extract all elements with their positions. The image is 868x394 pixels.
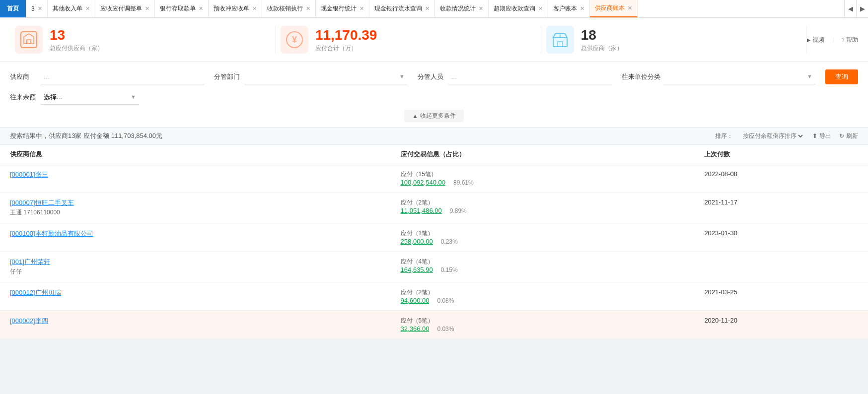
supplier-link[interactable]: [000012]广州贝瑞 (10, 289, 61, 296)
dept-select-wrap: ▼ (245, 69, 408, 84)
filter-balance: 往来余额 选择... ▼ (10, 89, 139, 105)
col-header-lastpay: 上次付数 (694, 145, 868, 164)
tx-label: 应付（2笔） (401, 198, 685, 207)
summary-text-suppliers: 13 总应付供应商（家） (50, 27, 103, 53)
nav-tab-cash-stat[interactable]: 现金银行统计 ✕ (316, 0, 369, 17)
filter-balance-label: 往来余额 (10, 93, 38, 102)
table-row: [001]广州荣轩仔仔应付（4笔）164,635.900.15% (0, 252, 868, 282)
tx-amount[interactable]: 164,635.90 (401, 266, 433, 273)
collapse-button[interactable]: ▲ 收起更多条件 (404, 110, 464, 122)
category-select[interactable] (663, 69, 816, 84)
tx-percent: 0.03% (437, 326, 454, 332)
nav-tab-advance[interactable]: 预收冲应收单 ✕ (209, 0, 262, 17)
nav-tab-overdue-close[interactable]: ✕ (538, 5, 543, 12)
supplier-info-cell: [000002]李四 (0, 311, 391, 339)
category-select-wrap: ▼ (663, 69, 816, 84)
nav-tab-3[interactable]: 3 ✕ (26, 0, 48, 17)
nav-tab-bank[interactable]: 银行存取款单 ✕ (155, 0, 209, 17)
supplier-info-cell: [000012]广州贝瑞 (0, 282, 391, 311)
supplier-table: 供应商信息 应付交易信息（占比） 上次付数 [000001]张三应付（15笔）1… (0, 145, 868, 339)
nav-tab-supplier-ledger-close[interactable]: ✕ (628, 5, 632, 11)
nav-tab-3-close[interactable]: ✕ (38, 5, 42, 12)
person-input[interactable] (448, 69, 612, 84)
nav-tab-receipt-stat-close[interactable]: ✕ (479, 5, 483, 12)
supplier-info-cell: [000007]恒旺二手叉车王通 17106110000 (0, 193, 391, 223)
nav-tab-advance-close[interactable]: ✕ (252, 5, 257, 12)
nav-tab-other-income[interactable]: 其他收入单 ✕ (48, 0, 95, 17)
video-icon: ▶ (807, 37, 811, 43)
filter-row-2: 往来余额 选择... ▼ (10, 89, 858, 105)
tx-percent: 0.08% (437, 297, 454, 304)
nav-tab-cash-stat-close[interactable]: ✕ (360, 5, 364, 12)
nav-tab-supplier-ledger-label: 供应商账本 (595, 4, 625, 12)
nav-tab-customer-ledger-close[interactable]: ✕ (580, 5, 584, 12)
tx-amount[interactable]: 11,051,486.00 (401, 207, 442, 214)
last-pay-cell: 2020-11-20 (694, 311, 868, 339)
dept-select[interactable] (245, 69, 408, 84)
nav-tab-supplier-ledger[interactable]: 供应商账本 ✕ (590, 0, 638, 17)
refresh-button[interactable]: ↻ 刷新 (839, 132, 858, 140)
nav-tab-bank-close[interactable]: ✕ (199, 5, 203, 12)
col-header-supplier: 供应商信息 (0, 145, 391, 164)
nav-next-arrow[interactable]: ▶ (856, 0, 868, 18)
total-payable-suppliers-label: 总应付供应商（家） (50, 44, 103, 53)
summary-bar: 13 总应付供应商（家） ¥ 11,170.39 应付合计（万） (0, 18, 868, 62)
nav-tab-customer-ledger[interactable]: 客户账本 ✕ (548, 0, 590, 17)
balance-select[interactable]: 选择... (41, 89, 139, 104)
video-link[interactable]: ▶ 视频 (807, 36, 824, 44)
help-link[interactable]: ? 帮助 (842, 36, 858, 44)
supplier-link[interactable]: [000001]张三 (10, 171, 48, 178)
filter-collapse-area: ▲ 收起更多条件 (10, 110, 858, 122)
nav-tab-receipt-stat-label: 收款情况统计 (440, 4, 476, 13)
tx-info-cell: 应付（2笔）11,051,486.009.89% (391, 193, 695, 223)
table-row: [000007]恒旺二手叉车王通 17106110000应付（2笔）11,051… (0, 193, 868, 223)
last-pay-cell: 2021-11-17 (694, 193, 868, 223)
table-row: [000100]本特勤油品有限公司应付（1笔）258,000.000.23%20… (0, 223, 868, 252)
summary-card-total-suppliers: 18 总供应商（家） (541, 26, 807, 54)
export-label: 导出 (819, 132, 831, 140)
tx-label: 应付（5笔） (401, 317, 685, 325)
nav-tab-cash-flow[interactable]: 现金银行流水查询 ✕ (369, 0, 435, 17)
tx-label: 应付（1笔） (401, 229, 685, 238)
tx-info-cell: 应付（2笔）94,600.000.08% (391, 282, 695, 311)
table-header: 供应商信息 应付交易信息（占比） 上次付数 (0, 145, 868, 164)
nav-tab-cash-flow-close[interactable]: ✕ (425, 5, 430, 12)
nav-tab-receipt-stat[interactable]: 收款情况统计 ✕ (435, 0, 489, 17)
tx-amount[interactable]: 32,366.00 (401, 325, 430, 332)
nav-tab-overdue[interactable]: 超期应收款查询 ✕ (489, 0, 548, 17)
filter-person-label: 分管人员 (418, 72, 445, 81)
nav-tab-adjust-close[interactable]: ✕ (145, 5, 149, 12)
nav-home[interactable]: 首页 (0, 0, 26, 17)
tx-amount[interactable]: 100,092,540.00 (401, 179, 445, 186)
refresh-label: 刷新 (846, 132, 858, 140)
nav-tab-bank-label: 银行存取款单 (160, 4, 196, 13)
tx-label: 应付（15笔） (401, 170, 685, 179)
supplier-link[interactable]: [000100]本特勤油品有限公司 (10, 230, 93, 237)
amount-icon: ¥ (281, 26, 308, 54)
export-button[interactable]: ⬆ 导出 (812, 132, 831, 140)
nav-tab-other-income-close[interactable]: ✕ (85, 5, 90, 12)
summary-text-total: 18 总供应商（家） (581, 27, 623, 53)
supplier-link[interactable]: [000007]恒旺二手叉车 (10, 199, 74, 206)
sort-select[interactable]: 按应付余额倒序排序 (741, 132, 804, 140)
supplier-link[interactable]: [000002]李四 (10, 317, 48, 325)
nav-tab-adjust[interactable]: 应收应付调整单 ✕ (95, 0, 155, 17)
nav-tab-customer-ledger-label: 客户账本 (553, 4, 577, 13)
supplier-contact: 仔仔 (10, 267, 381, 276)
export-icon: ⬆ (812, 132, 817, 139)
supplier-link[interactable]: [001]广州荣轩 (10, 258, 50, 265)
summary-card-suppliers: 13 总应付供应商（家） (10, 26, 276, 54)
nav-tab-collection-label: 收款核销执行 (267, 4, 303, 13)
search-button[interactable]: 查询 (825, 69, 858, 84)
tx-percent: 0.23% (441, 238, 458, 245)
nav-tab-collection-close[interactable]: ✕ (306, 5, 310, 12)
nav-prev-arrow[interactable]: ◀ (844, 0, 856, 18)
total-suppliers: 18 (581, 27, 623, 44)
last-pay-cell: 2022-08-08 (694, 164, 868, 193)
supplier-input[interactable] (41, 69, 204, 84)
nav-tab-cash-stat-label: 现金银行统计 (321, 4, 357, 13)
tx-amount[interactable]: 94,600.00 (401, 297, 430, 304)
tx-percent: 9.89% (450, 207, 467, 214)
nav-tab-collection[interactable]: 收款核销执行 ✕ (262, 0, 316, 17)
tx-amount[interactable]: 258,000.00 (401, 238, 433, 245)
